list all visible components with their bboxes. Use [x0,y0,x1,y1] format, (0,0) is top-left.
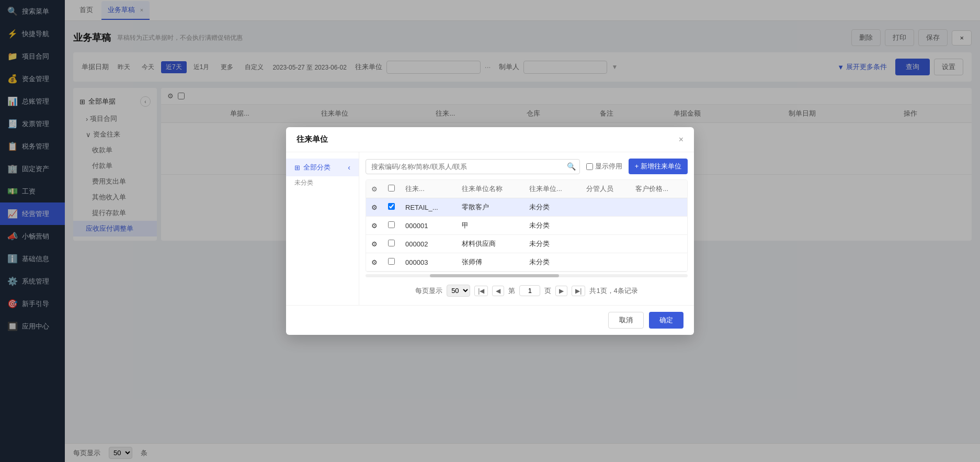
dialog-table-row[interactable]: ⚙ 000003 张师傅 未分类 [366,253,687,272]
dialog-body: ⊞ 全部分类 ‹ 未分类 🔍 显示停用 [286,152,694,305]
page-word: 页 [544,286,551,296]
cancel-button[interactable]: 取消 [608,312,644,329]
th-checkbox [383,180,400,198]
add-counterparty-button[interactable]: + 新增往来单位 [629,159,688,174]
dialog-page-size-select[interactable]: 50 [447,285,470,297]
col-settings-icon: ⚙ [371,185,378,193]
dialog-sidebar-unclassified-label: 未分类 [286,176,359,189]
row-name: 张师傅 [457,253,524,272]
dialog-scrollbar-track[interactable] [366,274,688,277]
dialog-title: 往来单位 [297,134,328,144]
row-select-checkbox[interactable] [388,258,395,265]
counterparty-dialog: 往来单位 × ⊞ 全部分类 ‹ 未分类 🔍 [286,127,694,335]
row-select-checkbox[interactable] [388,221,395,228]
dialog-sidebar-all[interactable]: ⊞ 全部分类 ‹ [286,159,359,176]
row-category: 未分类 [524,253,581,272]
page-size-label: 每页显示 [415,286,442,296]
row-gear-icon: ⚙ [371,258,378,266]
row-code: 000002 [400,235,457,253]
counterparty-table: ⚙ 往来... 往来单位名称 往来单位... 分管人员 客户价格... ⚙ [366,180,687,272]
dialog-table-row[interactable]: ⚙ RETAIL_... 零散客户 未分类 [366,198,687,217]
dialog-search-icon: 🔍 [567,162,576,171]
th-settings: ⚙ [366,180,383,198]
row-gear-icon: ⚙ [371,240,378,248]
dialog-table: ⚙ 往来... 往来单位名称 往来单位... 分管人员 客户价格... ⚙ [366,179,688,272]
page-prev-btn[interactable]: ◀ [492,286,504,296]
th-manager: 分管人员 [581,180,630,198]
dialog-close-button[interactable]: × [679,135,683,144]
row-manager [581,253,630,272]
row-checkbox [383,253,400,272]
th-category: 往来单位... [524,180,581,198]
row-settings: ⚙ [366,235,383,253]
row-checkbox [383,235,400,253]
dialog-search-input[interactable] [366,159,580,174]
grid-dots-icon: ⊞ [294,164,300,172]
dialog-pagination: 每页显示 50 |◀ ◀ 第 页 ▶ ▶| 共1页，4条记录 [366,279,688,299]
row-manager [581,198,630,217]
show-disabled-checkbox[interactable] [586,163,593,170]
total-text: 共1页，4条记录 [589,286,637,296]
dialog-sidebar: ⊞ 全部分类 ‹ 未分类 [286,152,359,305]
dialog-scrollbar-thumb[interactable] [430,274,559,277]
dialog-search-bar: 🔍 显示停用 + 新增往来单位 [366,159,688,174]
row-code: RETAIL_... [400,198,457,217]
select-all-dialog-checkbox[interactable] [388,185,395,191]
row-select-checkbox[interactable] [388,203,395,210]
row-category: 未分类 [524,198,581,217]
dialog-collapse-btn[interactable]: ‹ [348,163,350,172]
page-label: 第 [508,286,515,296]
page-number-input[interactable] [519,285,540,296]
row-name: 零散客户 [457,198,524,217]
th-code: 往来... [400,180,457,198]
dialog-main: 🔍 显示停用 + 新增往来单位 ⚙ [359,152,694,305]
row-name: 材料供应商 [457,235,524,253]
row-code: 000001 [400,217,457,235]
row-gear-icon: ⚙ [371,222,378,230]
page-first-btn[interactable]: |◀ [474,286,488,296]
row-price-level [630,198,687,217]
dialog-footer: 取消 确定 [286,305,694,335]
row-price-level [630,235,687,253]
search-input-wrap: 🔍 [366,159,580,174]
row-settings: ⚙ [366,198,383,217]
row-checkbox [383,198,400,217]
th-name: 往来单位名称 [457,180,524,198]
row-price-level [630,217,687,235]
page-next-btn[interactable]: ▶ [555,286,567,296]
page-last-btn[interactable]: ▶| [572,286,585,296]
row-name: 甲 [457,217,524,235]
row-settings: ⚙ [366,217,383,235]
row-settings: ⚙ [366,253,383,272]
dialog-table-row[interactable]: ⚙ 000001 甲 未分类 [366,217,687,235]
row-manager [581,217,630,235]
row-gear-icon: ⚙ [371,204,378,211]
show-disabled-label[interactable]: 显示停用 [586,162,622,171]
row-category: 未分类 [524,217,581,235]
row-checkbox [383,217,400,235]
row-category: 未分类 [524,235,581,253]
th-price-level: 客户价格... [630,180,687,198]
row-manager [581,235,630,253]
dialog-table-row[interactable]: ⚙ 000002 材料供应商 未分类 [366,235,687,253]
dialog-header: 往来单位 × [286,127,694,152]
confirm-button[interactable]: 确定 [649,312,683,329]
row-code: 000003 [400,253,457,272]
dialog-overlay: 往来单位 × ⊞ 全部分类 ‹ 未分类 🔍 [0,0,980,462]
row-select-checkbox[interactable] [388,240,395,246]
row-price-level [630,253,687,272]
